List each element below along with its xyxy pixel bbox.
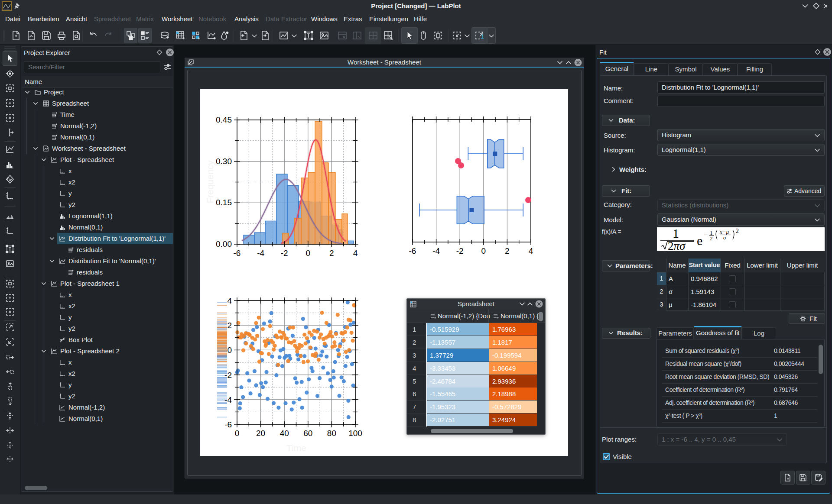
- svg-text:σ: σ: [723, 234, 726, 241]
- svg-text:2: 2: [227, 321, 232, 330]
- svg-text:2: 2: [736, 228, 739, 234]
- svg-text:-2: -2: [281, 249, 288, 258]
- svg-text:0: 0: [227, 346, 232, 355]
- svg-text:20: 20: [256, 429, 265, 438]
- svg-text:2: 2: [329, 249, 334, 258]
- svg-text:Frequency: Frequency: [205, 160, 215, 204]
- svg-text:-4: -4: [224, 395, 232, 404]
- svg-text:-4: -4: [257, 249, 264, 258]
- svg-text:0.30: 0.30: [216, 157, 232, 166]
- svg-text:-2: -2: [456, 246, 464, 255]
- svg-text:80: 80: [327, 429, 336, 438]
- svg-text:-6: -6: [409, 246, 416, 255]
- svg-text:100: 100: [348, 429, 362, 438]
- svg-text:60: 60: [303, 429, 312, 438]
- svg-text:-6: -6: [234, 249, 241, 258]
- svg-text:0: 0: [481, 246, 486, 255]
- svg-text:4: 4: [529, 246, 533, 255]
- svg-text:0: 0: [306, 249, 311, 258]
- svg-text:-2: -2: [224, 371, 232, 380]
- svg-text:1: 1: [673, 227, 679, 240]
- svg-text:-6: -6: [224, 420, 232, 429]
- svg-text:2πσ: 2πσ: [668, 239, 686, 251]
- svg-text:0.00: 0.00: [216, 239, 232, 249]
- svg-text:2: 2: [505, 246, 510, 255]
- svg-text:e: e: [697, 233, 702, 248]
- svg-text:2: 2: [710, 235, 713, 242]
- svg-text:40: 40: [280, 429, 289, 438]
- svg-text:0: 0: [235, 429, 240, 438]
- svg-text:0.15: 0.15: [216, 198, 232, 207]
- svg-text:-4: -4: [432, 246, 440, 255]
- svg-text:−: −: [704, 231, 708, 239]
- svg-text:4: 4: [353, 249, 358, 258]
- svg-text:Time: Time: [286, 443, 306, 453]
- svg-text:0.45: 0.45: [216, 115, 232, 124]
- svg-text:4: 4: [227, 296, 232, 305]
